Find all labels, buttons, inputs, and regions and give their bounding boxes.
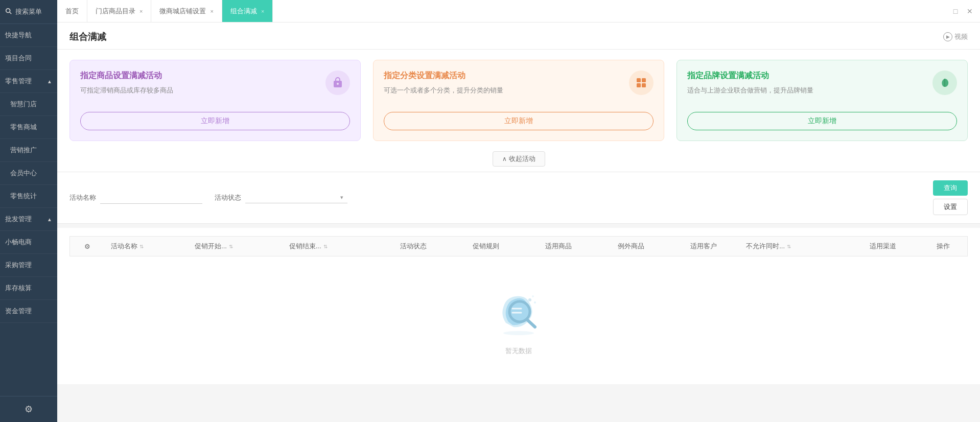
sidebar-settings[interactable]: ⚙ xyxy=(0,396,57,422)
chevron-icon: ▲ xyxy=(47,217,52,222)
settings-button[interactable]: 设置 xyxy=(933,199,968,215)
sidebar-item-capital-mgmt[interactable]: 资金管理 xyxy=(0,300,57,323)
tab-label: 组合满减 xyxy=(230,7,257,16)
sidebar-item-label: 零售管理 xyxy=(5,77,32,86)
th-applicable-channel: 适用渠道 xyxy=(847,237,919,256)
th-settings[interactable]: ⚙ xyxy=(70,237,105,256)
play-icon: ▶ xyxy=(943,32,952,41)
cards-section: 指定商品设置满减活动可指定滞销商品或库存较多商品立即新增 指定分类设置满减活动可… xyxy=(57,50,980,146)
sidebar-item-inventory-calc[interactable]: 库存核算 xyxy=(0,277,57,300)
th-activity-status: 活动状态 xyxy=(377,237,450,256)
sidebar-item-label: 零售统计 xyxy=(10,192,37,201)
tab-home[interactable]: 首页 xyxy=(57,0,87,22)
window-maximize-btn[interactable]: □ xyxy=(950,6,961,16)
card-title-product-card: 指定商品设置满减活动 xyxy=(80,71,350,81)
search-icon xyxy=(5,8,12,16)
empty-text: 暂无数据 xyxy=(505,346,532,356)
collapse-bar-inner[interactable]: ∧ 收起活动 xyxy=(493,151,545,167)
svg-line-9 xyxy=(528,320,535,327)
svg-rect-4 xyxy=(637,78,641,82)
search-buttons: 查询 设置 xyxy=(933,180,968,215)
sidebar-item-purchase-mgmt[interactable]: 采购管理 xyxy=(0,254,57,277)
svg-point-13 xyxy=(528,298,531,301)
table-section: ⚙活动名称⇅促销开始...⇅促销结束...⇅活动状态促销规则适用商品例外商品适用… xyxy=(57,228,980,384)
page-title: 组合满减 xyxy=(69,31,106,43)
empty-icon xyxy=(493,287,544,338)
svg-rect-6 xyxy=(637,83,641,87)
card-desc-product-card: 可指定滞销商品或库存较多商品 xyxy=(80,85,350,104)
th-no-concurrent[interactable]: 不允许同时...⇅ xyxy=(740,237,847,256)
collapse-label: 收起活动 xyxy=(509,154,535,163)
window-close-btn[interactable]: ✕ xyxy=(965,6,975,16)
card-btn-product-card[interactable]: 立即新增 xyxy=(80,112,350,130)
sidebar-item-retail-mgmt[interactable]: 零售管理▲ xyxy=(0,70,57,93)
bag-icon xyxy=(325,71,350,95)
video-label: 视频 xyxy=(954,32,968,41)
card-title-category-card: 指定分类设置满减活动 xyxy=(384,71,654,81)
sidebar: 搜索菜单 快捷导航项目合同零售管理▲智慧门店零售商城营销推广会员中心零售统计批发… xyxy=(0,0,57,422)
th-applicable-customer: 适用客户 xyxy=(667,237,740,256)
search-bar: 活动名称 活动状态 ▾ 查询 设置 xyxy=(57,172,980,224)
sidebar-search[interactable]: 搜索菜单 xyxy=(0,0,57,24)
grid-icon xyxy=(629,71,654,95)
sidebar-item-label: 采购管理 xyxy=(5,261,32,270)
activity-name-field: 活动名称 xyxy=(69,192,202,204)
svg-point-14 xyxy=(534,301,536,303)
tab-wechat-store-settings[interactable]: 微商城店铺设置× xyxy=(151,0,222,22)
card-desc-brand-card: 适合与上游企业联合做营销，提升品牌销量 xyxy=(687,85,957,104)
collapse-bar[interactable]: ∧ 收起活动 xyxy=(57,146,980,172)
empty-state: 暂无数据 xyxy=(69,256,968,376)
activity-name-input[interactable] xyxy=(100,192,202,204)
th-promo-start[interactable]: 促销开始...⇅ xyxy=(189,237,283,256)
svg-rect-7 xyxy=(642,83,646,87)
sort-icon: ⇅ xyxy=(787,244,791,249)
video-link[interactable]: ▶ 视频 xyxy=(943,32,968,41)
tab-label: 首页 xyxy=(65,7,79,16)
sidebar-item-label: 智慧门店 xyxy=(10,100,37,109)
card-title-brand-card: 指定品牌设置满减活动 xyxy=(687,71,957,81)
sidebar-item-retail-mall[interactable]: 零售商城 xyxy=(0,116,57,139)
th-promo-end[interactable]: 促销结束...⇅ xyxy=(283,237,378,256)
sidebar-item-smart-store[interactable]: 智慧门店 xyxy=(0,93,57,116)
tab-store-catalog[interactable]: 门店商品目录× xyxy=(87,0,151,22)
svg-point-3 xyxy=(337,83,339,85)
sidebar-search-label: 搜索菜单 xyxy=(15,7,42,16)
svg-line-1 xyxy=(10,12,12,14)
sidebar-item-marketing[interactable]: 营销推广 xyxy=(0,139,57,162)
sort-icon: ⇅ xyxy=(139,244,144,249)
tab-close-icon[interactable]: × xyxy=(139,8,143,14)
card-btn-brand-card[interactable]: 立即新增 xyxy=(687,112,957,130)
collapse-icon: ∧ xyxy=(502,155,507,162)
sidebar-item-label: 快捷导航 xyxy=(5,31,32,40)
tab-label: 微商城店铺设置 xyxy=(159,7,206,16)
tab-label: 门店商品目录 xyxy=(96,7,135,16)
chevron-icon: ▲ xyxy=(47,79,52,84)
sidebar-item-member-center[interactable]: 会员中心 xyxy=(0,162,57,185)
sidebar-item-label: 项目合同 xyxy=(5,54,32,63)
tab-close-icon[interactable]: × xyxy=(210,8,213,14)
card-desc-category-card: 可选一个或者多个分类，提升分类的销量 xyxy=(384,85,654,104)
sidebar-item-retail-stats[interactable]: 零售统计 xyxy=(0,185,57,208)
sidebar-item-label: 批发管理 xyxy=(5,215,32,224)
activity-card-brand-card: 指定品牌设置满减活动适合与上游企业联合做营销，提升品牌销量立即新增 xyxy=(676,60,968,141)
tab-bar: 首页门店商品目录×微商城店铺设置×组合满减× □ ✕ xyxy=(57,0,980,22)
sidebar-item-wholesale-mgmt[interactable]: 批发管理▲ xyxy=(0,208,57,231)
chevron-down-icon: ▾ xyxy=(340,194,343,201)
card-btn-category-card[interactable]: 立即新增 xyxy=(384,112,654,130)
sidebar-item-xiaochang-ecom[interactable]: 小畅电商 xyxy=(0,231,57,254)
sidebar-item-quick-nav[interactable]: 快捷导航 xyxy=(0,24,57,47)
svg-point-0 xyxy=(6,8,10,12)
activity-status-select[interactable]: ▾ xyxy=(245,192,347,203)
th-activity-name[interactable]: 活动名称⇅ xyxy=(105,237,189,256)
svg-point-8 xyxy=(503,331,534,335)
gear-icon[interactable]: ⚙ xyxy=(76,243,99,250)
query-button[interactable]: 查询 xyxy=(933,180,968,196)
tab-bar-actions: □ ✕ xyxy=(950,6,980,16)
sidebar-item-label: 资金管理 xyxy=(5,307,32,316)
sidebar-item-project-contract[interactable]: 项目合同 xyxy=(0,47,57,70)
activity-status-label: 活动状态 xyxy=(215,193,241,202)
activity-card-category-card: 指定分类设置满减活动可选一个或者多个分类，提升分类的销量立即新增 xyxy=(373,60,664,141)
sidebar-item-label: 库存核算 xyxy=(5,284,32,293)
tab-combo-discount[interactable]: 组合满减× xyxy=(222,0,273,22)
tab-close-icon[interactable]: × xyxy=(261,8,264,14)
